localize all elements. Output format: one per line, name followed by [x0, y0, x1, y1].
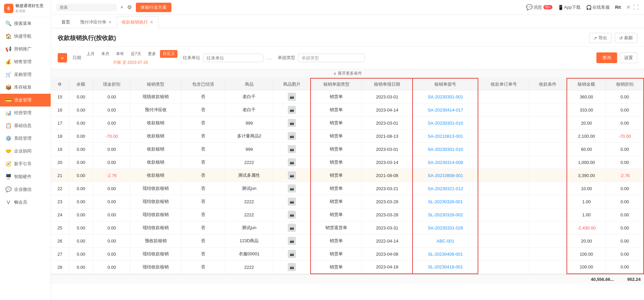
bill-no-link[interactable]: SA-20230414-017 [428, 108, 463, 113]
cell-bill-no[interactable]: SL-20230328-002 [413, 208, 478, 221]
date-this-month[interactable]: 本月 [99, 50, 112, 58]
maximize-window-icon[interactable]: ⛶ [633, 4, 639, 10]
cell-receipt-condition [529, 169, 567, 182]
cell-bill-date: 2023-03-28 [362, 208, 413, 221]
col-verify-discount: 核销折扣 [606, 78, 644, 90]
cell-seq: 22 [51, 182, 69, 195]
sidebar-item-hardware[interactable]: 🖥️智能硬件 [0, 170, 51, 183]
date-7days[interactable]: 近7天 [128, 50, 144, 58]
filter-toggle-btn[interactable]: » [58, 53, 67, 62]
search-input[interactable] [56, 4, 117, 11]
date-last-month[interactable]: 上月 [84, 50, 97, 58]
cell-receipt-order [478, 182, 529, 195]
app-download[interactable]: 📱 App下载 [558, 4, 581, 10]
gear-icon[interactable]: ⚙ [127, 4, 132, 10]
from-unit-dots[interactable]: ... [266, 55, 272, 61]
user-name[interactable]: Rit [615, 5, 621, 10]
date-custom-btn[interactable]: 自定义 [160, 50, 177, 58]
cell-bill-no[interactable]: SA-20230301-010 [413, 143, 478, 156]
sidebar-item-inventory[interactable]: 📦库存核算 [0, 81, 51, 94]
sidebar-item-wechat[interactable]: 💬企业微信 [0, 183, 51, 196]
sidebar-item-collab[interactable]: 🤝企业协同 [0, 145, 51, 158]
cell-verify-discount: 0.00 [606, 117, 644, 130]
sidebar-icon-guide: 🧭 [5, 161, 11, 167]
sidebar-label-collab: 企业协同 [14, 148, 32, 154]
date-this-year[interactable]: 本年 [113, 50, 127, 58]
cell-bill-no[interactable]: SA-20230301-010 [413, 117, 478, 130]
tab-prepay[interactable]: 预付冲应付单 ✕ [75, 16, 117, 28]
table-row: 20 0.00 0.00 收款核销 否 2222 📷 销货单 2023-03-1… [51, 156, 644, 169]
sidebar-item-system[interactable]: ⚙️系统管理 [0, 132, 51, 145]
bill-no-link[interactable]: SA-20210813-001 [428, 134, 463, 139]
sidebar-item-nav[interactable]: 🏠快捷导航 [0, 30, 51, 43]
sidebar-item-operation[interactable]: 📊经营管理 [0, 106, 51, 119]
cell-bill-no[interactable]: SA-20210808-001 [413, 169, 478, 182]
sidebar-item-sales[interactable]: 💰销售管理 [0, 55, 51, 68]
bill-no-link[interactable]: ABC-001 [437, 239, 454, 244]
cell-bill-no[interactable]: SA-20230314-008 [413, 156, 478, 169]
bill-no-link[interactable]: SA-20230301-010 [428, 121, 463, 126]
sidebar-item-marketing[interactable]: 📢营销推广 [0, 43, 51, 55]
from-unit-input[interactable] [203, 54, 263, 62]
col-cash-discount: 现金折扣 [93, 78, 130, 90]
query-btn[interactable]: 查询 [596, 52, 617, 63]
cell-bill-no[interactable]: SL-20230328-001 [413, 195, 478, 208]
cell-cash-discount: -2.76 [93, 169, 130, 182]
col-receipt-condition: 收款条件 [529, 78, 567, 90]
logo: 6 畅捷通谱好生意 标准版 [0, 0, 51, 17]
message-icon[interactable]: 💬 消息 99+ [526, 4, 552, 10]
tab-receipt-close[interactable]: ✕ [150, 20, 153, 25]
bill-no-link[interactable]: SA-20230331-026 [428, 225, 463, 230]
expand-more-btn[interactable]: ∨ 展开更多条件 [333, 71, 362, 76]
tab-prepay-close[interactable]: ✕ [108, 20, 112, 25]
table-container[interactable]: ⚙ 余额 现金折扣 核销类型 包含已结清 商品 商品图片 核销单据类型 核销单报… [51, 78, 644, 300]
bill-type-select[interactable]: 单据类型 [298, 54, 365, 62]
sidebar-item-basic[interactable]: 📋基础信息 [0, 119, 51, 132]
cell-bill-no[interactable]: SA-20230321-012 [413, 182, 478, 195]
setting-btn[interactable]: 设置 [620, 52, 637, 63]
cell-receipt-order [478, 195, 529, 208]
sidebar-item-member[interactable]: V畅会员 [0, 196, 51, 209]
cell-seq: 25 [51, 221, 69, 234]
bill-no-link[interactable]: SA-20210808-001 [428, 173, 463, 178]
cell-bill-no[interactable]: ABC-001 [413, 234, 478, 248]
bill-no-link[interactable]: SL-20230328-001 [428, 199, 463, 204]
bill-no-link[interactable]: SL-20230328-002 [428, 212, 463, 217]
bill-no-link[interactable]: SL-20230408-001 [428, 252, 463, 257]
industry-btn[interactable]: 体验行业方案 [136, 3, 171, 12]
cell-bill-no[interactable]: SA-20230414-017 [413, 103, 478, 117]
dropdown-arrow[interactable]: ▾ [121, 5, 123, 10]
bill-no-link[interactable]: SA-20230301-001 [428, 94, 463, 99]
export-btn[interactable]: ↗ 导出 [589, 33, 611, 43]
cell-seq: 24 [51, 208, 69, 221]
tab-receipt[interactable]: 收款核销执行 ✕ [117, 16, 158, 28]
sidebar-item-search[interactable]: 🔍搜索菜单 [0, 17, 51, 30]
refresh-btn[interactable]: ↺ 刷新 [615, 33, 637, 43]
cell-verify-discount: -2.76 [606, 169, 644, 182]
cell-receipt-order [478, 221, 529, 234]
cell-goods-img: 📷 [273, 103, 311, 117]
tab-home[interactable]: 首页 [56, 16, 75, 28]
sidebar-item-finance[interactable]: 💳资金管理 [0, 94, 51, 106]
bill-no-link[interactable]: SA-20230301-010 [428, 147, 463, 152]
cell-receipt-condition [529, 103, 567, 117]
sidebar-label-purchase: 采购管理 [14, 72, 32, 78]
sidebar-item-guide[interactable]: 🧭新手引导 [0, 158, 51, 170]
cell-bill-no[interactable]: SL-20230408-001 [413, 248, 478, 261]
cell-balance: 0.00 [69, 221, 93, 234]
close-window-icon[interactable]: ✕ [626, 4, 631, 10]
table-row: 18 0.00 -70.00 收款核销 否 多计量商品2 📷 销货单 2021-… [51, 130, 644, 143]
cell-bill-no[interactable]: SL-20230418-001 [413, 261, 478, 274]
cell-bill-no[interactable]: SA-20230331-026 [413, 221, 478, 234]
cell-bill-no[interactable]: SA-20210813-001 [413, 130, 478, 143]
sidebar-item-purchase[interactable]: 🛒采购管理 [0, 68, 51, 81]
bill-no-link[interactable]: SA-20230321-012 [428, 186, 463, 191]
bill-no-link[interactable]: SL-20230418-001 [428, 264, 463, 269]
cell-bill-no[interactable]: SA-20230301-001 [413, 90, 478, 103]
cell-seq: 18 [51, 130, 69, 143]
cell-verify-discount: 0.00 [606, 195, 644, 208]
date-more[interactable]: 更多 [145, 50, 159, 58]
cell-bill-type: 销货单 [311, 90, 362, 103]
online-service[interactable]: 🎧 在线客服 [586, 4, 610, 10]
bill-no-link[interactable]: SA-20230314-008 [428, 160, 463, 165]
